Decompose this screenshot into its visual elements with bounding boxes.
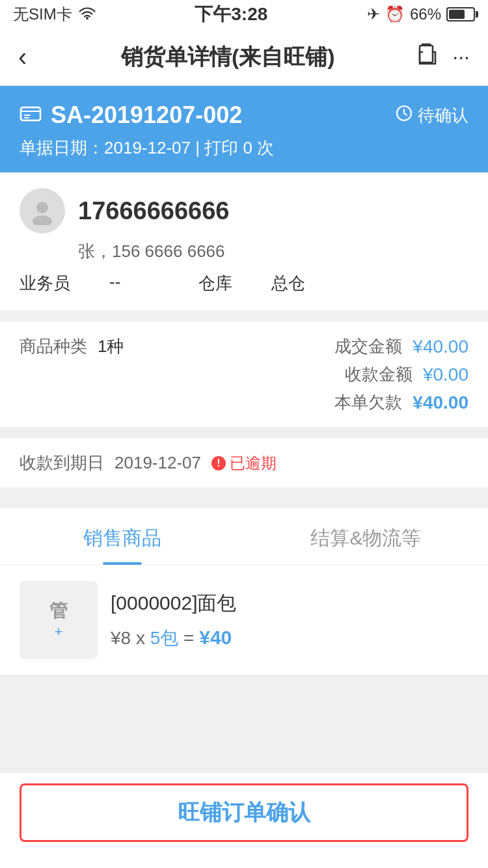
- avatar: [20, 188, 65, 234]
- received-row: 收款金额 ¥0.00: [345, 363, 468, 386]
- overdue-icon: !: [211, 456, 226, 470]
- alarm-icon: ⏰: [385, 5, 405, 23]
- nav-bar: ‹ 销货单详情(来自旺铺) ···: [0, 29, 488, 86]
- tabs-section: 销售商品 结算&物流等 管 + [0000002]面包 ¥8 x 5包 = ¥4…: [0, 508, 488, 675]
- order-date: 单据日期：2019-12-07 | 打印 0 次: [20, 137, 468, 159]
- sales-person-label: 业务员: [20, 272, 70, 295]
- received-value: ¥0.00: [423, 364, 468, 385]
- quantity: 5包: [150, 628, 179, 648]
- due-section: 收款到期日 2019-12-07 ! 已逾期: [0, 439, 488, 487]
- product-type-value: 1种: [98, 335, 124, 358]
- order-header-top: SA-20191207-002 待确认: [20, 102, 468, 129]
- order-status: 待确认: [396, 104, 468, 127]
- product-thumbnail: 管 +: [20, 581, 98, 659]
- customer-phone: 17666666666: [78, 197, 229, 225]
- customer-name: 张，156 6666 6666: [78, 240, 468, 263]
- received-label: 收款金额: [345, 363, 413, 386]
- product-type-label: 商品种类: [20, 335, 87, 358]
- owed-label: 本单欠款: [334, 391, 402, 414]
- back-button[interactable]: ‹: [18, 42, 40, 72]
- owed-row: 本单欠款 ¥40.00: [334, 391, 468, 414]
- carrier-label: 无SIM卡: [13, 4, 72, 25]
- product-price: ¥8 x 5包 = ¥40: [111, 626, 468, 651]
- warehouse-label: 仓库: [198, 272, 232, 295]
- confirm-order-button[interactable]: 旺铺订单确认: [20, 783, 468, 842]
- divider1: [0, 312, 488, 322]
- customer-top: 17666666666: [20, 188, 468, 234]
- nav-actions: ···: [416, 43, 470, 72]
- summary-section: 商品种类 1种 成交金额 ¥40.00 收款金额 ¥0.00 本单欠款 ¥40.…: [0, 322, 488, 427]
- tab-settlement[interactable]: 结算&物流等: [244, 508, 488, 565]
- status-bar-right: ✈ ⏰ 66%: [367, 5, 475, 23]
- status-bar: 无SIM卡 下午3:28 ✈ ⏰ 66%: [0, 0, 488, 29]
- multiply-sign: x: [136, 628, 150, 648]
- tab-sales-products[interactable]: 销售商品: [0, 508, 244, 565]
- amount-label: 成交金额: [334, 335, 402, 358]
- battery-label: 66%: [410, 5, 441, 23]
- wifi-icon: [79, 5, 96, 23]
- unit-price: ¥8: [111, 628, 131, 648]
- warehouse-value: 总仓: [271, 272, 305, 295]
- order-header-card: SA-20191207-002 待确认 单据日期：2019-12-07 | 打印…: [0, 86, 488, 172]
- product-type-row: 商品种类 1种: [20, 335, 124, 358]
- battery-icon: [446, 7, 475, 21]
- product-logo: 管 +: [49, 599, 68, 642]
- tabs-bar: 销售商品 结算&物流等: [0, 508, 488, 565]
- summary-right: 成交金额 ¥40.00 收款金额 ¥0.00 本单欠款 ¥40.00: [334, 335, 468, 414]
- customer-section: 17666666666 张，156 6666 6666 业务员 -- 仓库 总仓: [0, 172, 488, 310]
- owed-value: ¥40.00: [413, 392, 468, 413]
- order-id: SA-20191207-002: [20, 102, 242, 129]
- product-name: [0000002]面包: [111, 590, 468, 617]
- summary-left: 商品种类 1种: [20, 335, 124, 358]
- status-time: 下午3:28: [195, 2, 267, 27]
- divider2: [0, 428, 488, 439]
- location-icon: ✈: [367, 5, 380, 23]
- page-title: 销货单详情(来自旺铺): [40, 42, 416, 72]
- divider3: [0, 498, 488, 508]
- svg-rect-1: [21, 107, 40, 120]
- amount-row: 成交金额 ¥40.00: [334, 335, 468, 358]
- amount-value: ¥40.00: [413, 336, 468, 357]
- product-total: ¥40: [199, 627, 232, 648]
- order-icon: [20, 102, 43, 129]
- share-button[interactable]: [416, 43, 439, 72]
- customer-meta: 业务员 -- 仓库 总仓: [20, 272, 468, 295]
- due-date-label: 收款到期日: [20, 452, 104, 474]
- product-info: [0000002]面包 ¥8 x 5包 = ¥40: [111, 590, 468, 651]
- due-date-value: 2019-12-07: [115, 453, 201, 473]
- product-item: 管 + [0000002]面包 ¥8 x 5包 = ¥40: [0, 565, 488, 675]
- sales-person-value: --: [109, 272, 120, 295]
- clock-icon: [396, 105, 413, 126]
- svg-point-4: [33, 215, 52, 225]
- status-bar-left: 无SIM卡: [13, 4, 96, 25]
- equals-sign: =: [183, 628, 199, 648]
- more-button[interactable]: ···: [452, 45, 470, 69]
- bottom-bar: 旺铺订单确认: [0, 773, 488, 868]
- svg-point-3: [36, 202, 48, 213]
- overdue-label: 已逾期: [230, 453, 277, 474]
- svg-rect-0: [420, 46, 433, 62]
- overdue-badge: ! 已逾期: [211, 453, 277, 474]
